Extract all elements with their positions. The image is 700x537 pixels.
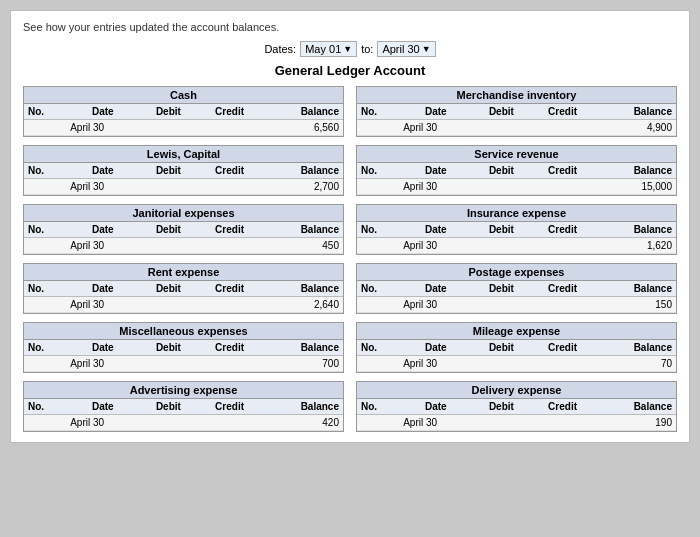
- account-table: No.DateDebitCreditBalanceApril 302,700: [24, 163, 343, 195]
- cell-balance: 450: [262, 238, 343, 254]
- col-header-balance: Balance: [262, 222, 343, 238]
- ledger-account-insurance-expense: Insurance expenseNo.DateDebitCreditBalan…: [356, 204, 677, 255]
- cell-debit: [140, 297, 198, 313]
- cell-no: [24, 238, 66, 254]
- cell-date: April 30: [399, 356, 472, 372]
- cell-credit: [530, 179, 595, 195]
- account-header: Janitorial expenses: [24, 205, 343, 222]
- col-header-no.: No.: [357, 281, 399, 297]
- col-header-date: Date: [399, 163, 472, 179]
- col-header-credit: Credit: [530, 340, 595, 356]
- col-header-no.: No.: [24, 281, 66, 297]
- cell-no: [24, 356, 66, 372]
- cell-date: April 30: [66, 120, 139, 136]
- col-header-date: Date: [66, 222, 139, 238]
- cell-debit: [473, 297, 531, 313]
- account-table: No.DateDebitCreditBalanceApril 30150: [357, 281, 676, 313]
- table-row: April 3070: [357, 356, 676, 372]
- col-header-date: Date: [66, 104, 139, 120]
- ledger-account-advertising-expense: Advertising expenseNo.DateDebitCreditBal…: [23, 381, 344, 432]
- table-row: April 30700: [24, 356, 343, 372]
- cell-date: April 30: [66, 179, 139, 195]
- cell-balance: 15,000: [595, 179, 676, 195]
- account-header: Service revenue: [357, 146, 676, 163]
- cell-date: April 30: [66, 238, 139, 254]
- cell-balance: 6,560: [262, 120, 343, 136]
- col-header-debit: Debit: [140, 399, 198, 415]
- cell-no: [357, 297, 399, 313]
- col-header-no.: No.: [357, 104, 399, 120]
- account-table: No.DateDebitCreditBalanceApril 30450: [24, 222, 343, 254]
- table-row: April 301,620: [357, 238, 676, 254]
- table-row: April 30190: [357, 415, 676, 431]
- cell-credit: [530, 238, 595, 254]
- ledger-account-merchandise-inventory: Merchandise inventoryNo.DateDebitCreditB…: [356, 86, 677, 137]
- cell-balance: 420: [262, 415, 343, 431]
- cell-no: [24, 415, 66, 431]
- col-header-debit: Debit: [473, 340, 531, 356]
- col-header-no.: No.: [24, 340, 66, 356]
- dates-row: Dates: May 01 ▼ to: April 30 ▼: [23, 41, 677, 57]
- col-header-balance: Balance: [262, 104, 343, 120]
- cell-no: [24, 179, 66, 195]
- cell-date: April 30: [66, 415, 139, 431]
- account-header: Miscellaneous expenses: [24, 323, 343, 340]
- dates-to-label: to:: [361, 43, 373, 55]
- col-header-balance: Balance: [595, 340, 676, 356]
- ledger-account-delivery-expense: Delivery expenseNo.DateDebitCreditBalanc…: [356, 381, 677, 432]
- table-row: April 30420: [24, 415, 343, 431]
- cell-no: [357, 356, 399, 372]
- cell-debit: [140, 415, 198, 431]
- col-header-credit: Credit: [530, 281, 595, 297]
- cell-credit: [530, 415, 595, 431]
- cell-no: [357, 179, 399, 195]
- date-to-select[interactable]: April 30 ▼: [377, 41, 435, 57]
- col-header-balance: Balance: [262, 281, 343, 297]
- col-header-credit: Credit: [530, 399, 595, 415]
- ledger-account-lewis--capital: Lewis, CapitalNo.DateDebitCreditBalanceA…: [23, 145, 344, 196]
- ledger-grid: CashNo.DateDebitCreditBalanceApril 306,5…: [23, 86, 677, 432]
- col-header-balance: Balance: [262, 399, 343, 415]
- section-title: General Ledger Account: [23, 63, 677, 78]
- col-header-balance: Balance: [262, 163, 343, 179]
- account-header: Merchandise inventory: [357, 87, 676, 104]
- account-header: Insurance expense: [357, 205, 676, 222]
- col-header-credit: Credit: [197, 104, 262, 120]
- col-header-no.: No.: [24, 399, 66, 415]
- table-row: April 302,640: [24, 297, 343, 313]
- account-header: Delivery expense: [357, 382, 676, 399]
- col-header-balance: Balance: [595, 399, 676, 415]
- cell-date: April 30: [66, 356, 139, 372]
- cell-date: April 30: [399, 415, 472, 431]
- cell-debit: [473, 356, 531, 372]
- account-header: Mileage expense: [357, 323, 676, 340]
- col-header-credit: Credit: [197, 281, 262, 297]
- table-row: April 304,900: [357, 120, 676, 136]
- account-header: Postage expenses: [357, 264, 676, 281]
- account-table: No.DateDebitCreditBalanceApril 3070: [357, 340, 676, 372]
- cell-balance: 4,900: [595, 120, 676, 136]
- date-to-arrow-icon: ▼: [422, 44, 431, 54]
- cell-credit: [530, 120, 595, 136]
- col-header-debit: Debit: [473, 104, 531, 120]
- col-header-no.: No.: [24, 104, 66, 120]
- account-header: Advertising expense: [24, 382, 343, 399]
- cell-balance: 150: [595, 297, 676, 313]
- cell-date: April 30: [399, 238, 472, 254]
- account-table: No.DateDebitCreditBalanceApril 302,640: [24, 281, 343, 313]
- date-from-select[interactable]: May 01 ▼: [300, 41, 357, 57]
- cell-credit: [197, 179, 262, 195]
- col-header-balance: Balance: [595, 163, 676, 179]
- cell-debit: [473, 415, 531, 431]
- col-header-credit: Credit: [197, 222, 262, 238]
- col-header-date: Date: [399, 222, 472, 238]
- col-header-debit: Debit: [140, 222, 198, 238]
- cell-credit: [197, 356, 262, 372]
- col-header-date: Date: [66, 340, 139, 356]
- col-header-debit: Debit: [473, 163, 531, 179]
- cell-date: April 30: [399, 297, 472, 313]
- col-header-date: Date: [399, 399, 472, 415]
- table-row: April 30450: [24, 238, 343, 254]
- col-header-debit: Debit: [473, 281, 531, 297]
- cell-balance: 190: [595, 415, 676, 431]
